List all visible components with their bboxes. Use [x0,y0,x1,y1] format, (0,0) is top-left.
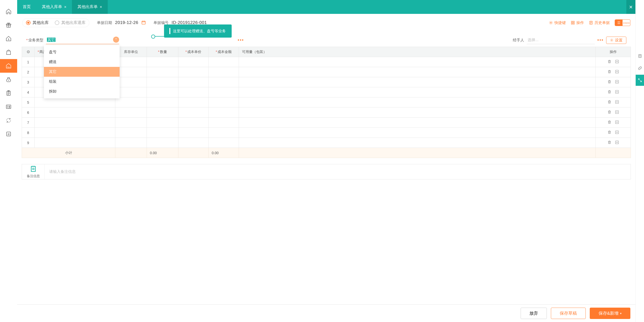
cell-qty[interactable] [147,108,178,118]
cell-price[interactable] [178,77,209,87]
cell-unit[interactable] [115,87,147,97]
add-icon[interactable] [615,110,619,115]
delete-icon[interactable] [607,110,611,115]
table-row[interactable]: 5 [22,97,631,108]
table-row[interactable]: 6 [22,108,631,118]
cell-price[interactable] [178,97,209,108]
cell-amount[interactable] [209,57,239,67]
radio-other-out[interactable]: 其他出库 [26,20,49,25]
cell-qty[interactable] [147,97,178,108]
shortcut-button[interactable]: 快捷键 [549,20,566,25]
dropdown-option[interactable]: 盘亏 [44,47,120,57]
table-row[interactable]: 9 [22,138,631,148]
cell-unit[interactable] [115,128,147,138]
delete-icon[interactable] [607,100,611,105]
table-row[interactable]: 7 [22,118,631,128]
nav-shopping-bag-icon[interactable] [0,45,17,59]
dropdown-option[interactable]: 组装 [44,77,120,87]
tab-other-in[interactable]: 其他入库单× [36,0,72,14]
save-new-button[interactable]: 保存&新增 [590,308,630,319]
cell-qty[interactable] [147,77,178,87]
cell-price[interactable] [178,138,209,148]
close-icon[interactable]: × [64,5,66,9]
cell-price[interactable] [178,118,209,128]
nav-home-icon[interactable] [0,5,17,18]
cell-amount[interactable] [209,67,239,77]
col-gear[interactable]: ⚙ [22,47,35,57]
operate-button[interactable]: 操作 [571,20,584,25]
nav-gift-icon[interactable] [0,18,17,32]
close-all-icon[interactable]: × [626,0,635,14]
more-icon[interactable]: ••• [597,38,604,43]
delete-icon[interactable] [607,70,611,74]
cell-amount[interactable] [209,77,239,87]
cell-product[interactable] [35,118,115,128]
chevron-up-icon[interactable]: ⌃ [113,37,119,43]
nav-sync-icon[interactable] [0,114,17,127]
table-row[interactable]: 8 [22,128,631,138]
cell-amount[interactable] [209,97,239,108]
delete-icon[interactable] [607,130,611,135]
cell-unit[interactable] [115,77,147,87]
add-icon[interactable] [615,100,619,105]
dropdown-option[interactable]: 拆卸 [44,87,120,96]
cell-amount[interactable] [209,108,239,118]
settings-button[interactable]: 设置 [606,37,626,44]
delete-icon[interactable] [607,80,611,85]
cell-unit[interactable] [115,118,147,128]
notes-textarea[interactable]: 请输入备注信息 [45,164,631,179]
calendar-icon[interactable] [141,20,146,25]
nav-warehouse-icon[interactable] [0,59,17,73]
cell-amount[interactable] [209,128,239,138]
cell-amount[interactable] [209,87,239,97]
nav-contact-card-icon[interactable] [0,100,17,114]
delete-icon[interactable] [607,90,611,95]
delete-icon[interactable] [607,120,611,125]
rail-expand-icon[interactable] [636,75,644,86]
handler-select[interactable]: 选择... [527,36,595,44]
add-icon[interactable] [615,80,619,85]
nav-dollar-home-icon[interactable]: $ [0,32,17,45]
cell-unit[interactable] [115,67,147,77]
cell-amount[interactable] [209,138,239,148]
dropdown-option[interactable]: 赠送 [44,57,120,67]
cell-qty[interactable] [147,57,178,67]
cell-product[interactable] [35,128,115,138]
add-icon[interactable] [615,140,619,145]
close-icon[interactable]: × [100,5,102,9]
cell-product[interactable] [35,108,115,118]
add-icon[interactable] [615,60,619,64]
nav-new-icon[interactable]: 新 [0,127,17,141]
cell-price[interactable] [178,57,209,67]
radio-other-out-return[interactable]: 其他出库退库 [55,20,86,25]
add-icon[interactable] [615,120,619,125]
cell-unit[interactable] [115,108,147,118]
delete-icon[interactable] [607,60,611,64]
delete-icon[interactable] [607,140,611,145]
cell-unit[interactable] [115,97,147,108]
cell-qty[interactable] [147,67,178,77]
add-icon[interactable] [615,130,619,135]
tab-other-out[interactable]: 其他出库单× [72,0,108,14]
rail-link-icon[interactable] [636,63,644,74]
cell-qty[interactable] [147,87,178,97]
cell-price[interactable] [178,87,209,97]
nav-money-bag-icon[interactable]: ¥ [0,73,17,86]
dropdown-option[interactable]: 其它 [44,67,120,77]
cell-qty[interactable] [147,138,178,148]
view-list-icon[interactable]: ☰ [615,20,623,26]
save-draft-button[interactable]: 保存草稿 [551,308,586,319]
view-grid-icon[interactable]: ▭▭ [623,20,630,26]
tab-home[interactable]: 首页 [17,0,36,14]
cell-product[interactable] [35,97,115,108]
cell-price[interactable] [178,108,209,118]
cell-price[interactable] [178,67,209,77]
cell-unit[interactable] [115,57,147,67]
cell-unit[interactable] [115,138,147,148]
nav-clipboard-icon[interactable] [0,86,17,100]
add-icon[interactable] [615,70,619,74]
cell-amount[interactable] [209,118,239,128]
bill-date-value[interactable]: 2019-12-26 [115,20,138,25]
discard-button[interactable]: 放弃 [521,308,547,319]
cell-qty[interactable] [147,118,178,128]
